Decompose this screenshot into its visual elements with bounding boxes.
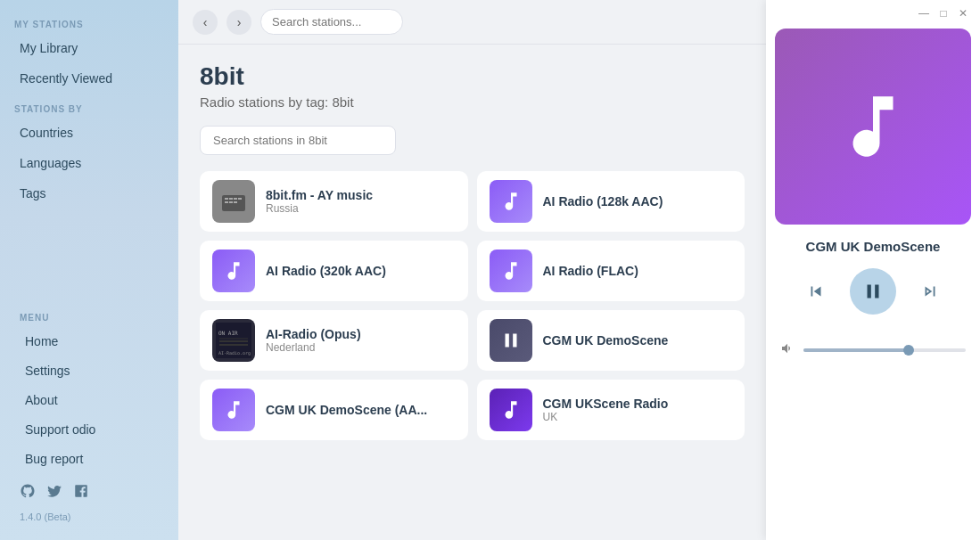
close-button[interactable]: ✕ bbox=[957, 7, 969, 20]
search-input[interactable] bbox=[260, 9, 403, 35]
station-card[interactable]: CGM UK DemoScene (AA... bbox=[200, 380, 468, 440]
content-area: 8bit Radio stations by tag: 8bit bbox=[178, 45, 766, 540]
sidebar-item-bug-report[interactable]: Bug report bbox=[11, 445, 168, 473]
svg-rect-3 bbox=[234, 198, 237, 200]
station-card[interactable]: AI Radio (FLAC) bbox=[477, 241, 745, 301]
my-stations-label: MY STATIONS bbox=[0, 9, 178, 33]
station-icon bbox=[212, 250, 255, 292]
skip-previous-icon bbox=[806, 282, 826, 301]
station-icon bbox=[212, 389, 255, 431]
svg-rect-1 bbox=[225, 198, 228, 200]
maximize-button[interactable]: □ bbox=[937, 7, 950, 20]
station-card[interactable]: CGM UKScene Radio UK bbox=[477, 380, 745, 440]
back-button[interactable]: ‹ bbox=[193, 10, 218, 35]
window-controls: — □ ✕ bbox=[766, 0, 980, 23]
topbar: ‹ › bbox=[178, 0, 766, 45]
sidebar-item-about[interactable]: About bbox=[11, 386, 168, 414]
station-icon bbox=[490, 180, 532, 223]
social-links bbox=[5, 474, 173, 508]
sidebar-item-my-library[interactable]: My Library bbox=[5, 34, 173, 62]
page-subtitle: Radio stations by tag: 8bit bbox=[200, 94, 745, 110]
station-name: CGM UKScene Radio bbox=[543, 397, 733, 411]
minimize-button[interactable]: — bbox=[918, 7, 930, 20]
sidebar-item-settings[interactable]: Settings bbox=[11, 356, 168, 385]
player-panel: — □ ✕ CGM UK DemoScene bbox=[766, 0, 980, 540]
station-icon: ON AIR AI-Radio.org bbox=[212, 319, 255, 362]
station-name: AI Radio (320k AAC) bbox=[266, 264, 456, 278]
sidebar: MY STATIONS My Library Recently Viewed S… bbox=[0, 0, 178, 540]
svg-rect-4 bbox=[225, 201, 228, 203]
station-info: CGM UKScene Radio UK bbox=[543, 397, 733, 423]
station-info: CGM UK DemoScene (AA... bbox=[266, 403, 456, 417]
volume-icon bbox=[780, 341, 795, 358]
svg-rect-7 bbox=[238, 198, 242, 200]
svg-rect-11 bbox=[219, 340, 248, 342]
music-note-icon bbox=[833, 86, 913, 167]
station-sub: UK bbox=[543, 411, 733, 423]
menu-label: MENU bbox=[5, 302, 173, 326]
station-name: CGM UK DemoScene (AA... bbox=[266, 403, 456, 417]
page-title: 8bit bbox=[200, 62, 745, 91]
svg-rect-6 bbox=[234, 201, 237, 203]
svg-rect-5 bbox=[229, 201, 233, 203]
volume-slider[interactable] bbox=[803, 348, 966, 352]
sidebar-item-countries[interactable]: Countries bbox=[5, 119, 173, 147]
twitter-icon[interactable] bbox=[46, 483, 62, 499]
svg-rect-2 bbox=[229, 198, 233, 200]
github-icon[interactable] bbox=[20, 483, 36, 499]
sidebar-item-home[interactable]: Home bbox=[11, 327, 168, 356]
skip-next-icon bbox=[920, 282, 940, 301]
station-name: CGM UK DemoScene bbox=[543, 333, 733, 348]
station-icon bbox=[490, 250, 532, 292]
station-icon bbox=[212, 180, 255, 223]
station-info: AI Radio (128k AAC) bbox=[543, 194, 733, 209]
station-card[interactable]: CGM UK DemoScene bbox=[477, 310, 745, 371]
svg-text:ON AIR: ON AIR bbox=[218, 330, 238, 336]
stations-grid: 8bit.fm - AY music Russia AI Radio (128k… bbox=[200, 171, 745, 440]
station-info: AI-Radio (Opus) Nederland bbox=[266, 327, 456, 354]
station-name: AI-Radio (Opus) bbox=[266, 327, 456, 341]
station-info: 8bit.fm - AY music Russia bbox=[266, 188, 456, 215]
now-playing-title: CGM UK DemoScene bbox=[792, 239, 955, 254]
sidebar-item-support[interactable]: Support odio bbox=[11, 415, 168, 444]
station-info: AI Radio (320k AAC) bbox=[266, 264, 456, 278]
svg-rect-12 bbox=[219, 344, 248, 346]
facebook-icon[interactable] bbox=[73, 483, 89, 499]
station-sub: Russia bbox=[266, 202, 456, 215]
play-pause-button[interactable] bbox=[850, 268, 896, 315]
volume-fill bbox=[803, 348, 909, 352]
previous-button[interactable] bbox=[800, 275, 832, 307]
station-card[interactable]: 8bit.fm - AY music Russia bbox=[200, 171, 468, 232]
station-info: CGM UK DemoScene bbox=[543, 333, 733, 348]
next-button[interactable] bbox=[914, 275, 946, 307]
main-content: ‹ › 8bit Radio stations by tag: 8bit bbox=[178, 0, 766, 540]
station-card[interactable]: ON AIR AI-Radio.org AI-Radio (Opus) Nede… bbox=[200, 310, 468, 371]
player-controls bbox=[800, 268, 946, 315]
search-stations-input[interactable] bbox=[200, 126, 396, 155]
station-info: AI Radio (FLAC) bbox=[543, 264, 733, 278]
station-card[interactable]: AI Radio (128k AAC) bbox=[477, 171, 745, 232]
station-name: AI Radio (FLAC) bbox=[543, 264, 733, 278]
station-sub: Nederland bbox=[266, 341, 456, 354]
station-card[interactable]: AI Radio (320k AAC) bbox=[200, 241, 468, 301]
album-art bbox=[775, 29, 971, 225]
forward-button[interactable]: › bbox=[226, 10, 251, 35]
stations-by-label: STATIONS BY bbox=[0, 94, 178, 118]
pause-icon bbox=[861, 280, 885, 303]
version-label: 1.4.0 (Beta) bbox=[5, 508, 173, 531]
sidebar-item-recently-viewed[interactable]: Recently Viewed bbox=[5, 64, 173, 93]
station-icon bbox=[490, 389, 532, 431]
sidebar-item-tags[interactable]: Tags bbox=[5, 179, 173, 208]
station-name: 8bit.fm - AY music bbox=[266, 188, 456, 202]
volume-thumb bbox=[903, 345, 914, 356]
station-name: AI Radio (128k AAC) bbox=[543, 194, 733, 209]
station-icon bbox=[490, 319, 532, 362]
volume-control bbox=[766, 341, 980, 358]
svg-text:AI-Radio.org: AI-Radio.org bbox=[218, 350, 251, 356]
sidebar-item-languages[interactable]: Languages bbox=[5, 149, 173, 177]
